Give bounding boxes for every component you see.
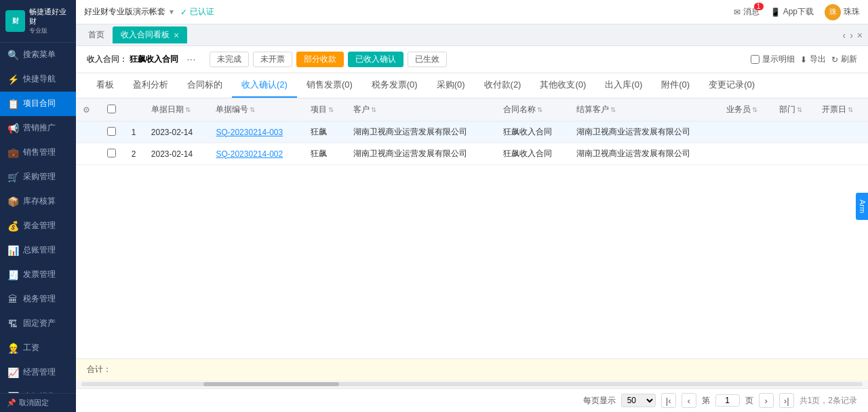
- invoice-icon: 🧾: [7, 269, 19, 281]
- subtab-warehouse[interactable]: 出入库(0): [595, 73, 652, 98]
- cell-number[interactable]: SQ-20230214-003: [209, 121, 304, 143]
- home-tab-label: 首页: [88, 30, 104, 39]
- subtab-purchase[interactable]: 采购(0): [427, 73, 475, 98]
- sidebar-item-quick-nav[interactable]: ⚡ 快捷导航: [0, 67, 76, 92]
- cell-settings: [76, 143, 100, 165]
- contract-action-buttons: 显示明细 ⬇ 导出 ↻ 刷新: [751, 54, 857, 65]
- sidebar-item-operations-label: 经营管理: [23, 367, 56, 378]
- subtab-profit[interactable]: 盈利分析: [123, 73, 178, 98]
- sidebar-item-inventory[interactable]: 📦 库存核算: [0, 189, 76, 214]
- show-detail-checkbox[interactable]: [751, 55, 760, 64]
- subtab-sales-invoice[interactable]: 销售发票(0): [297, 73, 362, 98]
- status-confirmed[interactable]: 已收入确认: [348, 52, 403, 67]
- select-all-checkbox[interactable]: [107, 105, 116, 113]
- pagination: 每页显示 50 100 200 |‹ ‹ 第 页 › ›| 共1页，2条记录: [76, 388, 868, 412]
- app-download-button[interactable]: 📱 App下载: [770, 6, 814, 18]
- sidebar-item-sales-label: 销售管理: [23, 147, 56, 158]
- cell-number[interactable]: SQ-20230214-002: [209, 143, 304, 165]
- export-button[interactable]: ⬇ 导出: [800, 54, 826, 65]
- subtab-attachment[interactable]: 附件(0): [652, 73, 699, 98]
- tab-next-button[interactable]: ›: [850, 30, 853, 41]
- first-page-button[interactable]: |‹: [661, 393, 676, 408]
- cell-contract-name: 狂飙收入合同: [496, 143, 570, 165]
- cell-project: 狂飙: [304, 121, 347, 143]
- sidebar-item-search[interactable]: 🔍 搜索菜单: [0, 43, 76, 67]
- show-detail-checkbox-label[interactable]: 显示明细: [751, 54, 795, 65]
- sidebar-item-sales[interactable]: 💼 销售管理: [0, 141, 76, 165]
- project-sort-icon: ⇅: [328, 106, 334, 113]
- doc-number-link[interactable]: SQ-20230214-003: [216, 128, 283, 137]
- sidebar-item-funds[interactable]: 💰 资金管理: [0, 214, 76, 238]
- cell-open-date: [815, 143, 868, 165]
- sidebar-item-project-contract[interactable]: 📋 项目合同: [0, 92, 76, 116]
- refresh-button[interactable]: ↻ 刷新: [831, 54, 857, 65]
- tab-close-all-button[interactable]: ×: [857, 30, 863, 41]
- th-open-date[interactable]: 开票日⇅: [815, 98, 868, 121]
- subtab-subject-label: 合同标的: [187, 79, 222, 90]
- status-incomplete[interactable]: 未完成: [210, 52, 249, 67]
- sidebar-item-purchase[interactable]: 🛒 采购管理: [0, 165, 76, 189]
- user-menu[interactable]: 珠 珠珠: [825, 4, 860, 20]
- status-uninvoiced[interactable]: 未开票: [253, 52, 292, 67]
- th-salesperson[interactable]: 业务员⇅: [719, 98, 772, 121]
- sidebar-item-payroll[interactable]: 👷 工资: [0, 336, 76, 360]
- unpin-label: 取消固定: [19, 398, 49, 408]
- subtab-board-label: 看板: [96, 79, 114, 90]
- prev-page-button[interactable]: ‹: [682, 393, 696, 408]
- sidebar-item-operations[interactable]: 📈 经营管理: [0, 360, 76, 385]
- cell-checkbox[interactable]: [100, 121, 123, 143]
- status-partial-received[interactable]: 部分收款: [296, 52, 344, 67]
- row-checkbox[interactable]: [107, 149, 116, 157]
- message-button[interactable]: ✉ 1 消息: [734, 6, 760, 18]
- subtab-purchase-label: 采购(0): [437, 79, 465, 90]
- settings-icon[interactable]: ⚙: [83, 105, 90, 115]
- subtab-subject[interactable]: 合同标的: [178, 73, 232, 98]
- cell-checkbox[interactable]: [100, 143, 123, 165]
- subtab-revenue-confirm[interactable]: 收入确认(2): [232, 73, 297, 98]
- sidebar-item-invoice[interactable]: 🧾 发票管理: [0, 263, 76, 287]
- active-tab[interactable]: 收入合同看板 ×: [113, 26, 187, 43]
- sales-icon: 💼: [7, 147, 19, 159]
- subtab-revenue-confirm-label: 收入确认(2): [241, 79, 288, 90]
- subtab-other-income[interactable]: 其他收支(0): [530, 73, 595, 98]
- sidebar-item-ledger[interactable]: 📊 总账管理: [0, 238, 76, 263]
- scrollbar-thumb[interactable]: [203, 382, 339, 386]
- th-end-customer[interactable]: 结算客户⇅: [570, 98, 719, 121]
- th-department[interactable]: 部门⇅: [772, 98, 815, 121]
- tab-prev-button[interactable]: ‹: [842, 30, 846, 41]
- th-number[interactable]: 单据编号⇅: [209, 98, 304, 121]
- funds-icon: 💰: [7, 220, 19, 232]
- subtab-sales-invoice-label: 销售发票(0): [307, 79, 353, 90]
- per-page-select[interactable]: 50 100 200: [621, 394, 656, 407]
- subtab-board[interactable]: 看板: [87, 73, 123, 98]
- last-page-button[interactable]: ›|: [779, 393, 794, 408]
- subtab-change-log[interactable]: 变更记录(0): [699, 73, 764, 98]
- doc-number-link[interactable]: SQ-20230214-002: [216, 149, 283, 159]
- company-selector[interactable]: 好业财专业版演示帐套 ▼: [84, 6, 175, 18]
- th-project[interactable]: 项目⇅: [304, 98, 347, 121]
- close-tab-button[interactable]: ×: [174, 31, 179, 40]
- subtab-payment[interactable]: 收付款(2): [475, 73, 531, 98]
- th-date[interactable]: 单据日期⇅: [144, 98, 210, 121]
- status-effective[interactable]: 已生效: [408, 52, 447, 67]
- horizontal-scrollbar[interactable]: [76, 380, 868, 388]
- home-tab[interactable]: 首页: [81, 26, 111, 43]
- cell-contract-name: 狂飙收入合同: [496, 121, 570, 143]
- subtab-tax-invoice[interactable]: 税务发票(0): [362, 73, 427, 98]
- sidebar-item-reports[interactable]: 📉 小畅报告: [0, 385, 76, 393]
- next-page-button[interactable]: ›: [759, 393, 774, 408]
- unpin-button[interactable]: 📌 取消固定: [0, 393, 76, 412]
- page-input[interactable]: [715, 394, 740, 407]
- th-settings[interactable]: ⚙: [76, 98, 100, 121]
- row-checkbox[interactable]: [107, 127, 116, 136]
- th-contract-name[interactable]: 合同名称⇅: [496, 98, 570, 121]
- side-action-button[interactable]: Arm: [856, 192, 868, 219]
- sidebar-item-fixed-assets[interactable]: 🏗 固定资产: [0, 312, 76, 336]
- fixed-assets-icon: 🏗: [7, 318, 19, 330]
- sidebar-item-marketing[interactable]: 📢 营销推广: [0, 116, 76, 141]
- contract-more-button[interactable]: ···: [186, 54, 195, 66]
- sidebar-item-tax[interactable]: 🏛 税务管理: [0, 287, 76, 312]
- th-customer[interactable]: 客户⇅: [347, 98, 496, 121]
- cell-customer: 湖南卫视商业运营发展有限公司: [347, 121, 496, 143]
- cell-salesperson: [719, 121, 772, 143]
